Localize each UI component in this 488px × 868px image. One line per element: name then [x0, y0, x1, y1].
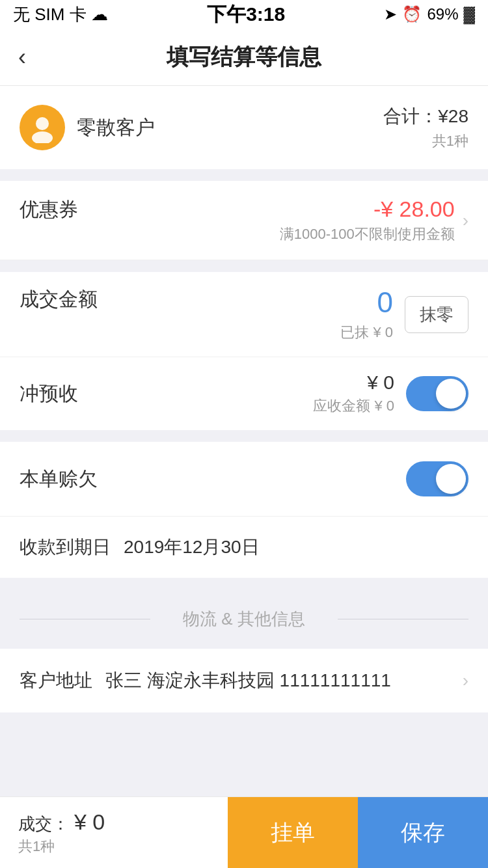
prepay-row: 冲预收 ¥ 0 应收金额 ¥ 0	[0, 357, 488, 430]
address-value: 张三 海淀永丰科技园 11111111111	[105, 668, 463, 693]
save-button[interactable]: 保存	[358, 797, 488, 869]
coupon-chevron-icon: ›	[463, 210, 468, 231]
customer-row: 零散客户 合计：¥28 共1种	[0, 86, 488, 169]
customer-name: 零散客户	[77, 115, 155, 141]
due-date-label: 收款到期日	[20, 535, 111, 560]
logistics-divider-line-left	[20, 619, 150, 619]
logistics-divider-line-right	[338, 619, 468, 619]
content: 零散客户 合计：¥28 共1种 优惠券 -¥ 28.00 满1000-100不限…	[0, 86, 488, 868]
prepay-toggle-knob	[436, 379, 466, 409]
prepay-label: 冲预收	[20, 381, 78, 407]
customer-count: 共1种	[383, 131, 468, 151]
prepay-right: ¥ 0 应收金额 ¥ 0	[313, 372, 468, 416]
logistics-section: 物流 & 其他信息	[0, 590, 488, 649]
credit-toggle[interactable]	[406, 461, 468, 496]
customer-left: 零散客户	[20, 105, 155, 150]
address-row[interactable]: 客户地址 张三 海淀永丰科技园 11111111111 ›	[0, 649, 488, 712]
deal-amount-right: 0 已抹 ¥ 0 抹零	[340, 286, 468, 342]
customer-right: 合计：¥28 共1种	[383, 104, 468, 151]
coupon-right: -¥ 28.00 满1000-100不限制使用金额 ›	[280, 197, 468, 244]
bottom-bar: 成交： ¥ 0 共1种 挂单 保存	[0, 796, 488, 868]
nav-bar: ‹ 填写结算等信息	[0, 29, 488, 86]
divider-4	[0, 578, 488, 590]
status-left: 无 SIM 卡 ☁	[13, 3, 108, 26]
deal-amount-row: 成交金额 0 已抹 ¥ 0 抹零	[0, 272, 488, 357]
deal-amount-sub: 已抹 ¥ 0	[340, 323, 393, 342]
sim-label: 无 SIM 卡 ☁	[13, 3, 108, 26]
location-icon: ➤	[384, 5, 397, 23]
page-title: 填写结算等信息	[167, 42, 321, 72]
address-label: 客户地址	[20, 668, 92, 693]
logistics-label: 物流 & 其他信息	[183, 608, 305, 631]
bottom-amount: ¥ 0	[74, 809, 105, 835]
bottom-info: 成交： ¥ 0 共1种	[0, 809, 228, 856]
coupon-label: 优惠券	[20, 197, 78, 223]
bottom-deal-label: 成交：	[18, 813, 69, 835]
hold-button[interactable]: 挂单	[228, 797, 358, 869]
prepay-toggle[interactable]	[406, 376, 468, 411]
credit-label: 本单赊欠	[20, 466, 98, 493]
coupon-description: 满1000-100不限制使用金额	[280, 224, 455, 244]
alarm-icon: ⏰	[402, 5, 422, 23]
deal-amount-value: 0	[340, 286, 393, 319]
svg-point-1	[32, 131, 53, 143]
coupon-amount: -¥ 28.00	[280, 197, 455, 222]
divider-2	[0, 260, 488, 272]
prepay-values: ¥ 0 应收金额 ¥ 0	[313, 372, 394, 416]
due-date-value: 2019年12月30日	[124, 535, 260, 560]
credit-toggle-knob	[436, 464, 466, 494]
divider-1	[0, 169, 488, 181]
back-button[interactable]: ‹	[18, 44, 26, 71]
address-chevron-icon: ›	[463, 670, 468, 691]
prepay-sub: 应收金额 ¥ 0	[313, 396, 394, 416]
customer-avatar	[20, 105, 65, 150]
round-zero-button[interactable]: 抹零	[405, 296, 468, 333]
battery-icon: ▓	[464, 5, 476, 23]
coupon-right-text: -¥ 28.00 满1000-100不限制使用金额	[280, 197, 455, 244]
bottom-count: 共1种	[18, 837, 210, 856]
status-time: 下午3:18	[207, 1, 285, 28]
logistics-divider: 物流 & 其他信息	[0, 608, 488, 631]
status-right: ➤ ⏰ 69% ▓	[384, 5, 475, 23]
divider-3	[0, 430, 488, 442]
due-date-row: 收款到期日 2019年12月30日	[0, 516, 488, 578]
customer-total: 合计：¥28	[383, 104, 468, 129]
battery-label: 69%	[427, 5, 458, 23]
status-bar: 无 SIM 卡 ☁ 下午3:18 ➤ ⏰ 69% ▓	[0, 0, 488, 29]
prepay-amount: ¥ 0	[313, 372, 394, 394]
deal-amount-col: 0 已抹 ¥ 0	[340, 286, 393, 342]
coupon-row[interactable]: 优惠券 -¥ 28.00 满1000-100不限制使用金额 ›	[0, 181, 488, 260]
credit-row: 本单赊欠	[0, 442, 488, 516]
deal-amount-label: 成交金额	[20, 286, 98, 313]
svg-point-0	[36, 117, 49, 130]
